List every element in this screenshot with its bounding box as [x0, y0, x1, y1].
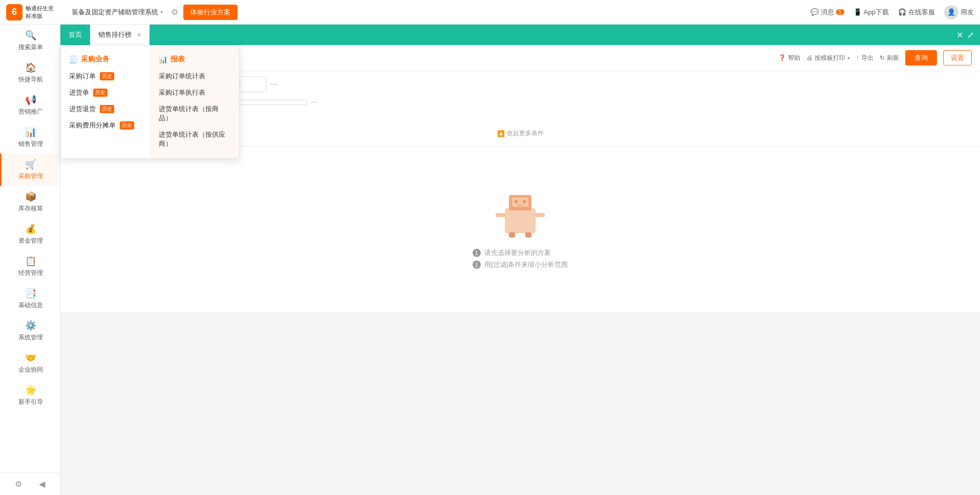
empty-state: 1 请先选择要分析的方案 2 用[过滤]条件来缩小分析范围 [60, 146, 980, 312]
hint1-num: 1 [473, 249, 481, 257]
sidebar-item-basic-info[interactable]: 📑 基础信息 [0, 283, 60, 315]
empty-illustration [489, 187, 551, 239]
dropdown-overlay: 🧾 采购业务 采购订单 历史 进货单 历史 进货退货 历史 采购费用分摊单 历史 [60, 45, 240, 159]
set-button[interactable]: 设置 [943, 50, 972, 66]
home-icon: 🏠 [25, 62, 36, 73]
empty-text: 1 请先选择要分析的方案 2 用[过滤]条件来缩小分析范围 [473, 247, 568, 271]
marketing-icon: 📢 [25, 94, 36, 105]
dropdown-item-receipt-stat-supplier[interactable]: 进货单统计表（按供应商） [151, 126, 240, 152]
dropdown-item-purchase-expense[interactable]: 采购费用分摊单 历史 [61, 117, 150, 134]
user-item[interactable]: 👤 用友 [944, 5, 974, 19]
logo-icon: 6 [6, 4, 23, 20]
history-badge-0: 历史 [100, 72, 114, 80]
search-icon: 🔍 [25, 30, 36, 41]
topbar-gear-icon[interactable]: ⚙ [171, 7, 178, 17]
tab-sales-rank[interactable]: 销售排行榜 ✕ [90, 25, 150, 45]
sidebar-gear-icon[interactable]: ⚙ [15, 479, 22, 489]
topbar-right: 💬 消息 5 📱 App下载 🎧 在线客服 👤 用友 [811, 5, 974, 19]
print-btn[interactable]: 🖨 按模板打印 ▾ [806, 54, 850, 62]
salesman-more-icon[interactable]: ··· [311, 98, 317, 107]
app-download-item[interactable]: 📱 App下载 [854, 8, 889, 17]
refresh-icon: ↻ [880, 54, 885, 61]
enterprise-icon: 🤝 [25, 352, 36, 363]
export-icon: ↑ [856, 54, 859, 61]
dropdown-item-purchase-order-exec[interactable]: 采购订单执行表 [151, 84, 240, 101]
headset-icon: 🎧 [898, 8, 906, 16]
svg-point-8 [523, 200, 526, 203]
dropdown-item-receipt-stat-goods[interactable]: 进货单统计表（按商品） [151, 101, 240, 126]
svg-rect-5 [496, 213, 506, 217]
sidebar-item-operation[interactable]: 📋 经营管理 [0, 250, 60, 283]
online-service-item[interactable]: 🎧 在线客服 [898, 8, 935, 17]
tabbar-close-icon[interactable]: ✕ [956, 30, 963, 40]
tabbar-actions: ✕ ⤢ [956, 30, 980, 40]
collapse-filter-icon: 🔼 [497, 130, 505, 137]
sidebar-bottom: ⚙ ◀ [0, 472, 60, 495]
purchase-section-icon: 🧾 [69, 55, 78, 63]
dropdown-item-purchase-return[interactable]: 进货退货 历史 [61, 101, 150, 117]
industry-btn[interactable]: 体验行业方案 [183, 5, 238, 20]
sidebar-item-purchase[interactable]: 🛒 采购管理 [0, 154, 60, 186]
dropdown-purchase-header: 🧾 采购业务 [61, 52, 150, 68]
message-item[interactable]: 💬 消息 5 [811, 8, 844, 17]
tabbar-expand-icon[interactable]: ⤢ [967, 30, 974, 40]
help-icon: ❓ [778, 54, 786, 61]
help-btn[interactable]: ❓ 帮助 [778, 54, 800, 62]
svg-rect-3 [509, 232, 515, 238]
goods-more-icon[interactable]: ··· [270, 80, 276, 89]
topbar: 6 畅通好生意 标准版 装备及固定资产辅助管理系统 ▾ ⚙ 体验行业方案 💬 消… [0, 0, 980, 25]
dropdown-purchase-col: 🧾 采购业务 采购订单 历史 进货单 历史 进货退货 历史 采购费用分摊单 历史 [61, 46, 150, 158]
report-section-icon: 📊 [159, 55, 167, 63]
refresh-btn[interactable]: ↻ 刷新 [880, 54, 899, 62]
dropdown-item-purchase-receipt[interactable]: 进货单 历史 [61, 84, 150, 101]
sidebar-item-guide[interactable]: 🌟 新手引导 [0, 379, 60, 412]
message-badge: 5 [836, 9, 844, 15]
sales-icon: 📊 [25, 126, 36, 138]
sidebar-item-sales[interactable]: 📊 销售管理 [0, 121, 60, 154]
sidebar-item-enterprise[interactable]: 🤝 企业协同 [0, 347, 60, 379]
purchase-icon: 🛒 [25, 159, 36, 170]
sidebar-item-inventory[interactable]: 📦 库存核算 [0, 186, 60, 218]
system-name: 装备及固定资产辅助管理系统 ▾ [72, 8, 163, 17]
inventory-icon: 📦 [25, 191, 36, 202]
history-badge-2: 历史 [100, 105, 114, 113]
message-icon: 💬 [811, 8, 819, 16]
dropdown-report-col: 📊 报表 采购订单统计表 采购订单执行表 进货单统计表（按商品） 进货单统计表（… [151, 46, 240, 158]
svg-rect-6 [535, 213, 545, 217]
sidebar-item-quick-nav[interactable]: 🏠 快捷导航 [0, 57, 60, 89]
phone-icon: 📱 [854, 8, 862, 16]
sidebar-collapse-icon[interactable]: ◀ [39, 479, 45, 489]
tab-close-icon[interactable]: ✕ [137, 32, 141, 38]
query-button[interactable]: 查询 [905, 50, 937, 66]
system-dropdown-arrow[interactable]: ▾ [160, 9, 163, 15]
operation-icon: 📋 [25, 255, 36, 267]
history-badge-3: 历史 [120, 121, 134, 130]
print-icon: 🖨 [806, 54, 813, 61]
dropdown-menu: 🧾 采购业务 采购订单 历史 进货单 历史 进货退货 历史 采购费用分摊单 历史 [60, 45, 240, 159]
sidebar: 🔍 搜索菜单 🏠 快捷导航 📢 营销推广 📊 销售管理 🛒 采购管理 📦 库存核… [0, 25, 60, 495]
basic-info-icon: 📑 [25, 288, 36, 299]
toolbar-right: ❓ 帮助 🖨 按模板打印 ▾ ↑ 导出 ↻ 刷新 查询 设置 [778, 50, 972, 66]
sidebar-item-search[interactable]: 🔍 搜索菜单 [0, 25, 60, 57]
print-arrow-icon: ▾ [847, 55, 850, 61]
avatar: 👤 [944, 5, 958, 19]
dropdown-item-purchase-order[interactable]: 采购订单 历史 [61, 68, 150, 84]
system-icon: ⚙️ [25, 320, 36, 331]
dropdown-item-purchase-order-stat[interactable]: 采购订单统计表 [151, 68, 240, 84]
tab-home[interactable]: 首页 [60, 25, 90, 45]
sidebar-item-system[interactable]: ⚙️ 系统管理 [0, 315, 60, 347]
sidebar-item-marketing[interactable]: 📢 营销推广 [0, 89, 60, 121]
svg-rect-4 [525, 232, 531, 238]
capital-icon: 💰 [25, 223, 36, 234]
sidebar-item-capital[interactable]: 💰 资金管理 [0, 218, 60, 250]
svg-point-7 [515, 200, 518, 203]
tabbar: 首页 销售排行榜 ✕ ✕ ⤢ [60, 25, 980, 45]
dropdown-report-header: 📊 报表 [151, 52, 240, 68]
svg-rect-0 [505, 208, 536, 233]
logo: 6 畅通好生意 标准版 [6, 4, 67, 20]
logo-text: 畅通好生意 标准版 [26, 5, 54, 19]
guide-icon: 🌟 [25, 384, 36, 396]
hint2-num: 2 [473, 261, 481, 269]
export-btn[interactable]: ↑ 导出 [856, 54, 874, 62]
history-badge-1: 历史 [93, 89, 108, 97]
